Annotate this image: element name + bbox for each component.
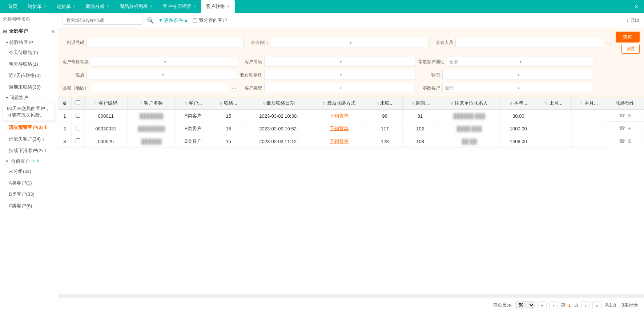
row1-code: 000011: [84, 110, 127, 122]
page-size-select[interactable]: 50 100 200: [515, 301, 535, 309]
row2-action[interactable]: ☎ ⊞: [607, 122, 644, 134]
gender-select[interactable]: ▾: [86, 70, 237, 80]
row2-select-checkbox[interactable]: [76, 126, 80, 130]
row2-checkbox[interactable]: [71, 122, 84, 135]
my-customers-checkbox-area[interactable]: 我分管的客户: [193, 17, 227, 24]
tab-product-analysis[interactable]: 商品分析 ×: [81, 0, 114, 13]
row2-action-icon2[interactable]: ⊞: [627, 125, 632, 131]
th-overdue-days[interactable]: ⇅ 逾期...: [402, 97, 438, 110]
th-checkbox[interactable]: [71, 97, 84, 110]
region-input[interactable]: [91, 83, 228, 93]
th-customer-type[interactable]: ⇅ 客户...: [176, 97, 211, 110]
more-conditions-btn[interactable]: ▼ 更多条件 ▲: [158, 17, 188, 24]
th-this-year[interactable]: ⇅ 本年...: [501, 97, 536, 110]
price-level-select[interactable]: ▾: [91, 57, 237, 67]
sidebar-section-problem[interactable]: 问题客户: [0, 93, 58, 102]
pagination-bar: 每页显示 50 100 200 « ‹ 第 1 页 › » 共1页，3条记录: [58, 298, 644, 312]
sidebar-item-ungrouped[interactable]: 未分组(32): [0, 166, 58, 177]
th-last-contact-method[interactable]: ⇅ 最后联络方式: [311, 97, 367, 110]
th-this-month[interactable]: ⇅ 本月...: [571, 97, 607, 110]
th-unit-contact[interactable]: ⇅ 往来单位联系人: [438, 97, 501, 110]
th-last-contact-date[interactable]: ⇅ 最后联络日期: [246, 97, 311, 110]
query-button[interactable]: 查询: [616, 32, 640, 42]
close-tab-sales-order[interactable]: ×: [44, 4, 47, 9]
row3-checkbox[interactable]: [71, 135, 84, 148]
row3-select-checkbox[interactable]: [76, 138, 80, 143]
sidebar-item-a-class[interactable]: A类客户(1): [0, 177, 58, 189]
phone-input[interactable]: [86, 38, 244, 48]
close-tab-product-analysis[interactable]: ×: [107, 4, 109, 9]
last-page-btn[interactable]: »: [592, 301, 601, 309]
close-tab-customer-contact[interactable]: ×: [227, 4, 230, 9]
value-customer-refresh[interactable]: ↺: [31, 159, 35, 164]
row1-checkbox[interactable]: [71, 110, 84, 122]
row1-unit-contact: ██████ ███: [438, 110, 501, 122]
zero-purchase-select[interactable]: 全部 ▾: [447, 57, 593, 67]
all-customers-header[interactable]: ⊞ 全部客户 «: [0, 25, 58, 37]
sidebar-item-churned[interactable]: 已流失客户(24) ℹ: [0, 133, 58, 145]
manager-input[interactable]: [455, 38, 604, 48]
horizontal-scrollbar[interactable]: [58, 294, 644, 298]
sidebar-item-declining[interactable]: 持续下滑客户(2) ℹ: [0, 145, 58, 157]
close-window-btn[interactable]: ×: [632, 3, 641, 10]
row1-action[interactable]: ☎ ⊞: [607, 110, 644, 122]
th-uncontact-days[interactable]: ⇅ 未联...: [367, 97, 402, 110]
filter-payment: 收付款条件 ▾: [240, 70, 415, 80]
sidebar-collapse-btn[interactable]: «: [52, 28, 55, 35]
status-select[interactable]: ▾: [442, 70, 593, 80]
filter-price-level: 客户价格等级 ▾: [63, 57, 237, 67]
close-tab-purchase-order[interactable]: ×: [73, 4, 76, 9]
th-customer-name[interactable]: ⇅ 客户名称: [127, 97, 176, 110]
export-button[interactable]: ↑ 导出: [627, 17, 640, 24]
search-button[interactable]: 🔍: [147, 17, 154, 24]
row1-select-checkbox[interactable]: [76, 113, 80, 118]
row2-last-method[interactable]: 下销货单: [311, 122, 367, 135]
tab-customer-tiering[interactable]: 客户分层经营 ×: [158, 0, 201, 13]
value-customer-edit[interactable]: ✎: [36, 159, 40, 164]
manager-more-btn[interactable]: ···: [605, 40, 613, 46]
row1-action-icon1[interactable]: ☎: [619, 113, 625, 118]
th-settings[interactable]: ⚙: [58, 97, 71, 110]
tab-home[interactable]: 首页: [3, 0, 23, 13]
row3-action[interactable]: ☎ ⊞: [607, 135, 644, 147]
sidebar-item-7day-pending[interactable]: 近7天待联络(0): [0, 70, 58, 81]
sidebar-item-overdue-pending[interactable]: 逾期未联络(30): [0, 81, 58, 93]
next-page-btn[interactable]: ›: [581, 301, 589, 309]
row2-action-icon1[interactable]: ☎: [619, 125, 625, 131]
sidebar-section-pending[interactable]: 待联络客户: [0, 37, 58, 47]
select-all-checkbox[interactable]: [76, 100, 80, 105]
row1-action-icon2[interactable]: ⊞: [627, 113, 632, 118]
sidebar-item-churn-warning[interactable]: 流失预警客户(3) ℹ: [0, 122, 58, 133]
tab-purchase-order[interactable]: 进货单 ×: [52, 0, 81, 13]
sidebar-search-input[interactable]: [3, 16, 57, 21]
sidebar-section-value[interactable]: 价值客户 ↺ ✎: [0, 156, 58, 166]
prev-page-btn[interactable]: ‹: [550, 301, 558, 309]
region-more-btn[interactable]: ···: [230, 85, 238, 91]
total-info: 共1页，3条记录: [605, 302, 638, 308]
sidebar-item-today-pending[interactable]: 今天待联络(0): [0, 47, 58, 58]
search-input[interactable]: [63, 16, 142, 25]
sidebar-item-c-class[interactable]: C类客户(6): [0, 200, 58, 212]
tab-sales-order[interactable]: 销货单 ×: [23, 0, 52, 13]
first-page-btn[interactable]: «: [538, 301, 547, 309]
customer-type-select[interactable]: ▾: [264, 83, 415, 93]
th-contact-count[interactable]: ⇅ 联络...: [211, 97, 246, 110]
close-tab-customer-tiering[interactable]: ×: [193, 4, 196, 9]
tab-product-analysis-list[interactable]: 商品分析列表 ×: [114, 0, 158, 13]
th-customer-code[interactable]: ⇅ 客户编码: [84, 97, 127, 110]
row3-action-icon1[interactable]: ☎: [619, 138, 625, 144]
sidebar-item-tomorrow-pending[interactable]: 明天待联络(1): [0, 58, 58, 70]
customer-level-select[interactable]: ▾: [264, 57, 415, 67]
sidebar-item-b-class[interactable]: B类客户(33): [0, 189, 58, 200]
settings-button[interactable]: 设置: [621, 44, 640, 54]
tab-customer-contact[interactable]: 客户联络 ×: [201, 0, 235, 13]
th-last-month[interactable]: ⇅ 上月...: [536, 97, 571, 110]
close-tab-product-analysis-list[interactable]: ×: [150, 4, 153, 9]
zero-customer-select[interactable]: 全部 ▾: [442, 83, 593, 93]
my-customers-checkbox[interactable]: [193, 18, 197, 23]
row1-last-method[interactable]: 下销货单: [311, 110, 367, 122]
dept-select[interactable]: ▾: [271, 38, 428, 48]
payment-select[interactable]: ▾: [264, 70, 415, 80]
row3-action-icon2[interactable]: ⊞: [627, 138, 632, 144]
row3-last-method[interactable]: 下销货单: [311, 135, 367, 148]
